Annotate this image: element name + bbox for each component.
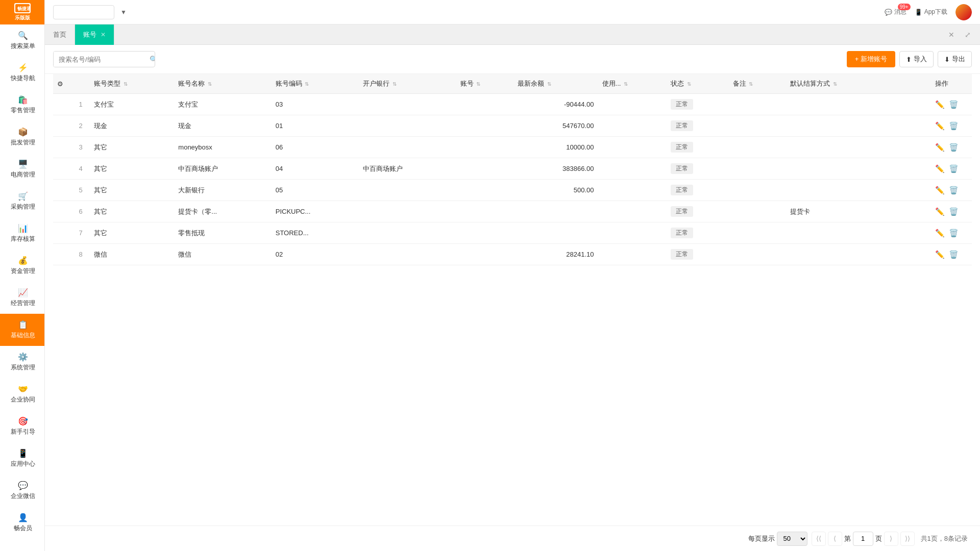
page-next-button[interactable]: ⟩ <box>884 532 898 546</box>
delete-icon-4[interactable]: 🗑️ <box>949 186 959 195</box>
sidebar-item-capital-mgmt[interactable]: 💰资金管理 <box>0 249 44 282</box>
sidebar-item-member[interactable]: 👤畅会员 <box>0 507 44 539</box>
sidebar-item-system-mgmt[interactable]: ⚙️系统管理 <box>0 346 44 378</box>
message-button[interactable]: 💬 消息 99+ <box>885 8 906 16</box>
cell-num-4: 5 <box>71 180 90 201</box>
cell-gear-7 <box>53 244 71 265</box>
delete-icon-3[interactable]: 🗑️ <box>949 164 959 173</box>
delete-icon-7[interactable]: 🗑️ <box>949 250 959 259</box>
cell-bank-1 <box>359 115 456 137</box>
search-icon: 🔍 <box>150 56 155 63</box>
sidebar-item-wholesale-mgmt[interactable]: 📦批发管理 <box>0 121 44 153</box>
message-icon: 💬 <box>885 9 892 16</box>
cell-balance-2: 10000.00 <box>513 137 598 158</box>
th-bank[interactable]: 开户银行 ⇅ <box>359 74 456 94</box>
quick-nav-icon: ⚡ <box>18 63 28 72</box>
edit-icon-3[interactable]: ✏️ <box>935 164 945 173</box>
th-account-label: 账号 <box>460 80 474 87</box>
cell-code-4: 05 <box>272 180 359 201</box>
search-button[interactable]: 🔍 <box>150 51 155 67</box>
edit-icon-2[interactable]: ✏️ <box>935 143 945 152</box>
cell-balance-4: 500.00 <box>513 180 598 201</box>
content-area: 🔍 + 新增账号 ⬆ 导入 ⬇ 导出 ⚙ <box>45 45 980 551</box>
delete-icon-6[interactable]: 🗑️ <box>949 229 959 238</box>
sidebar-item-app-center[interactable]: 📱应用中心 <box>0 442 44 474</box>
import-icon: ⬆ <box>906 56 912 63</box>
page-input[interactable] <box>853 532 873 546</box>
th-name-label: 账号名称 <box>178 80 205 87</box>
sidebar-item-retail-mgmt[interactable]: 🛍️零售管理 <box>0 89 44 121</box>
edit-icon-7[interactable]: ✏️ <box>935 250 945 259</box>
search-input[interactable] <box>54 52 150 67</box>
retail-mgmt-icon: 🛍️ <box>18 95 28 105</box>
th-balance[interactable]: 最新余额 ⇅ <box>513 74 598 94</box>
sidebar-item-inventory-calc[interactable]: 📊库存核算 <box>0 217 44 249</box>
th-code[interactable]: 账号编码 ⇅ <box>272 74 359 94</box>
tab-home[interactable]: 首页 <box>45 24 75 45</box>
th-account[interactable]: 账号 ⇅ <box>456 74 514 94</box>
import-button[interactable]: ⬆ 导入 <box>899 51 934 67</box>
tab-close-btn[interactable]: ✕ <box>945 29 958 41</box>
cell-actions-6: ✏️ 🗑️ <box>931 222 972 244</box>
cell-note-4 <box>729 180 787 201</box>
sidebar-item-new-guide[interactable]: 🎯新手引导 <box>0 410 44 442</box>
edit-icon-1[interactable]: ✏️ <box>935 121 945 131</box>
svg-text:畅捷通: 畅捷通 <box>17 6 30 11</box>
tab-close-icon[interactable]: ✕ <box>101 31 106 38</box>
page-suffix: 页 <box>875 534 882 543</box>
sidebar-label-quick-nav: 快捷导航 <box>11 74 35 83</box>
cell-account-6 <box>456 222 514 244</box>
sidebar-label-operations-mgmt: 经营管理 <box>11 299 35 308</box>
page-last-button[interactable]: ⟩⟩ <box>900 532 915 546</box>
app-download-button[interactable]: 📱 App下载 <box>915 8 947 16</box>
edit-icon-6[interactable]: ✏️ <box>935 229 945 238</box>
tab-accounts-label: 账号 <box>83 30 96 39</box>
edit-icon-0[interactable]: ✏️ <box>935 100 945 109</box>
sidebar-item-operations-mgmt[interactable]: 📈经营管理 <box>0 282 44 314</box>
header-search-input[interactable] <box>53 5 114 19</box>
delete-icon-2[interactable]: 🗑️ <box>949 143 959 152</box>
th-gear[interactable]: ⚙ <box>53 74 71 94</box>
cell-status-1: 正常 <box>667 115 729 137</box>
th-status[interactable]: 状态 ⇅ <box>667 74 729 94</box>
cell-gear-1 <box>53 115 71 137</box>
sidebar-label-member: 畅会员 <box>14 524 32 533</box>
cell-num-1: 2 <box>71 115 90 137</box>
th-name[interactable]: 账号名称 ⇅ <box>174 74 271 94</box>
sidebar-item-search-menu[interactable]: 🔍搜索菜单 <box>0 24 44 57</box>
sidebar-item-ecommerce-mgmt[interactable]: 🖥️电商管理 <box>0 153 44 185</box>
edit-icon-5[interactable]: ✏️ <box>935 207 945 216</box>
sidebar-item-basic-info[interactable]: 📋基础信息 <box>0 314 44 346</box>
export-button[interactable]: ⬇ 导出 <box>938 51 972 67</box>
th-default-settle[interactable]: 默认结算方式 ⇅ <box>786 74 931 94</box>
cell-usage-6 <box>598 222 667 244</box>
cell-account-1 <box>456 115 514 137</box>
sidebar-item-purchase-mgmt[interactable]: 🛒采购管理 <box>0 185 44 217</box>
sidebar-item-corp-agreement[interactable]: 🤝企业协同 <box>0 378 44 410</box>
sidebar-item-quick-nav[interactable]: ⚡快捷导航 <box>0 57 44 89</box>
table-row: 6 其它 提货卡（零... PICKUPC... 正常 提货卡 ✏️ 🗑️ <box>53 201 972 222</box>
tab-accounts[interactable]: 账号 ✕ <box>75 24 114 45</box>
cell-name-6: 零售抵现 <box>174 222 271 244</box>
th-usage[interactable]: 使用... ⇅ <box>598 74 667 94</box>
page-prev-button[interactable]: ⟨ <box>828 532 842 546</box>
per-page-dropdown[interactable]: 50 20 100 <box>777 532 807 546</box>
add-account-button[interactable]: + 新增账号 <box>847 51 895 67</box>
cell-account-2 <box>456 137 514 158</box>
sidebar-item-corp-wechat[interactable]: 💬企业微信 <box>0 474 44 507</box>
edit-icon-4[interactable]: ✏️ <box>935 186 945 195</box>
delete-icon-5[interactable]: 🗑️ <box>949 207 959 216</box>
cell-settle-3 <box>786 158 931 180</box>
avatar[interactable] <box>955 4 972 20</box>
app-icon: 📱 <box>915 9 922 16</box>
delete-icon-1[interactable]: 🗑️ <box>949 121 959 131</box>
th-note[interactable]: 备注 ⇅ <box>729 74 787 94</box>
page-first-button[interactable]: ⟨⟨ <box>812 532 826 546</box>
cell-code-0: 03 <box>272 94 359 115</box>
th-type[interactable]: 账号类型 ⇅ <box>90 74 174 94</box>
delete-icon-0[interactable]: 🗑️ <box>949 100 959 109</box>
tab-expand-btn[interactable]: ⤢ <box>962 29 974 41</box>
header-dropdown[interactable]: ▼ <box>120 9 127 16</box>
cell-actions-7: ✏️ 🗑️ <box>931 244 972 265</box>
cell-bank-0 <box>359 94 456 115</box>
